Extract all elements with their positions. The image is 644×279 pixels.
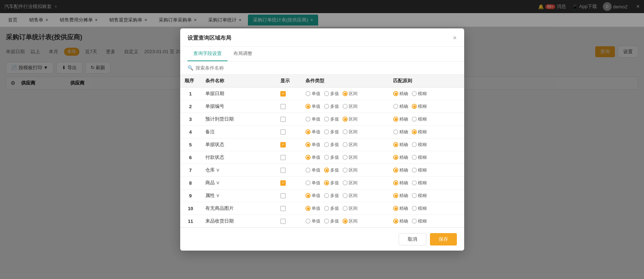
radio-match-option[interactable]: 精确 [393, 193, 408, 199]
radio-match-option[interactable]: 模糊 [412, 154, 427, 161]
radio-match-option[interactable]: 模糊 [412, 180, 427, 186]
radio-type-option[interactable]: 单值 [305, 142, 320, 148]
radio-type-option[interactable]: 区间 [343, 205, 357, 212]
table-row: 1单据日期单值多值区间精确模糊 [180, 87, 464, 100]
radio-match-option[interactable]: 精确 [393, 218, 408, 224]
row-display-checkbox[interactable] [276, 177, 301, 189]
radio-type-option[interactable]: 多值 [324, 91, 339, 97]
radio-circle-icon [412, 180, 417, 185]
radio-type-option[interactable]: 多值 [324, 218, 339, 224]
radio-match-option[interactable]: 模糊 [412, 116, 427, 122]
save-button[interactable]: 保存 [430, 233, 457, 245]
col-header-name: 条件名称 [201, 75, 276, 87]
radio-match-option[interactable]: 精确 [393, 205, 408, 212]
radio-match-option[interactable]: 模糊 [412, 205, 427, 212]
cancel-button[interactable]: 取消 [399, 233, 426, 245]
tab-layout-adjust[interactable]: 布局调整 [228, 47, 258, 61]
checkbox-icon[interactable] [280, 129, 286, 135]
radio-circle-icon [393, 168, 398, 173]
checkbox-icon[interactable] [280, 117, 286, 122]
checkbox-icon[interactable] [280, 193, 286, 199]
radio-type-option[interactable]: 单值 [305, 154, 320, 161]
radio-type-option[interactable]: 多值 [324, 154, 339, 161]
row-display-checkbox[interactable] [276, 87, 301, 100]
radio-type-option[interactable]: 区间 [343, 103, 357, 110]
radio-type-option[interactable]: 区间 [343, 154, 357, 161]
radio-type-option[interactable]: 多值 [324, 205, 339, 212]
radio-match-option[interactable]: 精确 [393, 103, 408, 110]
radio-type-option[interactable]: 区间 [343, 218, 357, 224]
checkbox-icon[interactable] [280, 206, 286, 211]
row-condition-type: 单值多值区间 [301, 177, 389, 189]
radio-type-option[interactable]: 单值 [305, 167, 320, 173]
checkbox-icon[interactable] [280, 168, 286, 173]
radio-type-option[interactable]: 单值 [305, 129, 320, 135]
radio-type-option[interactable]: 多值 [324, 167, 339, 173]
checkbox-icon[interactable] [280, 91, 286, 97]
row-display-checkbox[interactable] [276, 202, 301, 215]
radio-match-option[interactable]: 模糊 [412, 218, 427, 224]
radio-type-option[interactable]: 区间 [343, 193, 357, 199]
row-order: 3 [180, 113, 201, 126]
radio-match-option[interactable]: 精确 [393, 154, 408, 161]
radio-type-option[interactable]: 多值 [324, 116, 339, 122]
radio-circle-icon [324, 168, 329, 173]
row-display-checkbox[interactable] [276, 138, 301, 151]
row-display-checkbox[interactable] [276, 164, 301, 177]
row-display-checkbox[interactable] [276, 126, 301, 138]
checkbox-icon[interactable] [280, 104, 286, 109]
row-display-checkbox[interactable] [276, 151, 301, 164]
radio-type-option[interactable]: 区间 [343, 91, 357, 97]
radio-match-option[interactable]: 精确 [393, 129, 408, 135]
radio-type-option[interactable]: 多值 [324, 193, 339, 199]
radio-match-option[interactable]: 精确 [393, 142, 408, 148]
conditions-table: 顺序 条件名称 显示 条件类型 匹配原则 1单据日期单值多值区间精确模糊2单据编… [180, 75, 464, 228]
radio-type-option[interactable]: 单值 [305, 193, 320, 199]
row-condition-type: 单值多值区间 [301, 202, 389, 215]
radio-match-option[interactable]: 模糊 [412, 91, 427, 97]
radio-match-option[interactable]: 模糊 [412, 167, 427, 173]
search-icon: 🔍 [187, 65, 193, 71]
radio-type-option[interactable]: 区间 [343, 180, 357, 186]
search-input[interactable] [195, 65, 457, 71]
row-display-checkbox[interactable] [276, 215, 301, 228]
row-order: 9 [180, 189, 201, 202]
radio-type-option[interactable]: 区间 [343, 116, 357, 122]
radio-match-option[interactable]: 模糊 [412, 193, 427, 199]
radio-type-option[interactable]: 单值 [305, 91, 320, 97]
radio-type-option[interactable]: 多值 [324, 129, 339, 135]
checkbox-icon[interactable] [280, 180, 286, 186]
row-display-checkbox[interactable] [276, 113, 301, 126]
radio-type-option[interactable]: 单值 [305, 180, 320, 186]
radio-circle-icon [412, 168, 417, 173]
radio-match-option[interactable]: 精确 [393, 116, 408, 122]
radio-circle-icon [412, 155, 417, 160]
radio-match-option[interactable]: 精确 [393, 180, 408, 186]
radio-type-option[interactable]: 多值 [324, 103, 339, 110]
checkbox-icon[interactable] [280, 219, 286, 224]
radio-type-option[interactable]: 单值 [305, 116, 320, 122]
radio-match-option[interactable]: 模糊 [412, 103, 427, 110]
row-display-checkbox[interactable] [276, 100, 301, 113]
checkbox-icon[interactable] [280, 142, 286, 148]
radio-type-option[interactable]: 区间 [343, 142, 357, 148]
row-display-checkbox[interactable] [276, 189, 301, 202]
radio-match-option[interactable]: 精确 [393, 91, 408, 97]
radio-match-option[interactable]: 模糊 [412, 142, 427, 148]
radio-match-option[interactable]: 精确 [393, 167, 408, 173]
radio-circle-icon [305, 104, 311, 109]
radio-circle-icon [305, 206, 311, 211]
radio-circle-icon [324, 142, 329, 147]
dialog-close-button[interactable]: × [453, 34, 457, 42]
radio-type-option[interactable]: 区间 [343, 167, 357, 173]
radio-type-option[interactable]: 区间 [343, 129, 357, 135]
radio-type-option[interactable]: 单值 [305, 218, 320, 224]
checkbox-icon[interactable] [280, 155, 286, 160]
radio-type-option[interactable]: 单值 [305, 205, 320, 212]
radio-match-option[interactable]: 模糊 [412, 129, 427, 135]
tab-query-fields[interactable]: 查询字段设置 [187, 47, 228, 61]
radio-type-option[interactable]: 多值 [324, 142, 339, 148]
radio-circle-icon [343, 155, 348, 160]
radio-type-option[interactable]: 单值 [305, 103, 320, 110]
radio-type-option[interactable]: 多值 [324, 180, 339, 186]
